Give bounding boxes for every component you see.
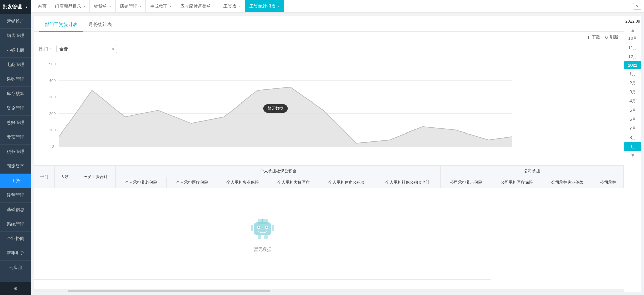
sidebar-item-purchase[interactable]: 采购管理: [0, 72, 31, 87]
tab-close-payroll[interactable]: ×: [239, 4, 241, 8]
col-personal-unemployment: 个人承担失业保险: [217, 177, 268, 188]
sub-tab-monthly-stats[interactable]: 月份统计表: [83, 20, 117, 32]
col-group-company: 公司承担: [440, 166, 623, 177]
col-group-personal: 个人承担社保公积金: [116, 166, 440, 177]
refresh-button[interactable]: ↻ 刷新: [605, 34, 618, 40]
chart-area: 500 400 300 200 100 0: [34, 57, 624, 165]
svg-rect-22: [258, 235, 261, 239]
tab-payroll[interactable]: 工资表×: [219, 0, 245, 12]
filter-row: 部门： 全部销售部财务部行政部技术部: [34, 43, 624, 57]
col-personal-total: 个人承担社保公积金合计: [375, 177, 440, 188]
svg-text:100: 100: [49, 128, 56, 132]
download-button[interactable]: ⬇ 下载: [587, 34, 600, 40]
sidebar-item-basic[interactable]: 基础信息: [0, 203, 31, 217]
sub-tab-bar: 部门工资统计表月份统计表: [34, 16, 624, 32]
sidebar-item-inventory[interactable]: 库存核算: [0, 87, 31, 101]
sidebar-item-tax[interactable]: 税务管理: [0, 145, 31, 159]
svg-text:0: 0: [52, 144, 54, 149]
col-personal-housing-fund: 个人承担住房公积金: [319, 177, 375, 188]
sidebar-title: 批发管理: [3, 4, 22, 10]
col-company-other: 公司承担: [593, 177, 624, 188]
date-month-4月[interactable]: 4月: [624, 97, 641, 106]
svg-rect-20: [251, 225, 253, 231]
sidebar-item-cooperation[interactable]: 企业协同: [0, 232, 31, 246]
tab-close-receivables[interactable]: ×: [213, 4, 215, 8]
sidebar-item-ecommerce-small[interactable]: 小畅电商: [0, 43, 31, 58]
date-month-7月[interactable]: 7月: [624, 124, 641, 133]
date-month-10月[interactable]: 10月: [624, 34, 641, 43]
tab-label-store-mgmt: 店铺管理: [120, 3, 137, 9]
tab-close-payroll-stats[interactable]: ×: [278, 4, 280, 8]
download-label: 下载: [592, 34, 600, 40]
tab-close-store-catalog[interactable]: ×: [83, 4, 85, 8]
tab-label-home: 首页: [38, 3, 47, 9]
sidebar: 批发管理 ▲ 营销推广销售管理小畅电商电商管理采购管理库存核算资金管理总账管理发…: [0, 0, 31, 295]
date-year-2022[interactable]: 2022: [624, 61, 641, 69]
tab-close-generate-voucher[interactable]: ×: [169, 4, 171, 8]
svg-text:200: 200: [49, 111, 56, 116]
col-headcount: 人数: [54, 166, 75, 188]
sidebar-footer-settings[interactable]: ⚙: [0, 282, 31, 295]
sidebar-item-salary[interactable]: 工资: [0, 174, 31, 188]
svg-marker-12: [59, 87, 512, 146]
col-total-salary: 应发工资合计: [75, 166, 116, 188]
sidebar-item-sales[interactable]: 销售管理: [0, 29, 31, 43]
svg-text:400: 400: [49, 78, 56, 83]
sidebar-item-system[interactable]: 系统管理: [0, 217, 31, 232]
refresh-label: 刷新: [610, 34, 618, 40]
date-month-5月[interactable]: 5月: [624, 106, 641, 115]
tab-generate-voucher[interactable]: 生成凭证×: [146, 0, 176, 12]
chart-tooltip-text: 暂无数据: [267, 106, 284, 111]
date-month-3月[interactable]: 3月: [624, 88, 641, 97]
date-month-8月[interactable]: 8月: [624, 133, 641, 142]
tab-label-payroll-stats: 工资统计报表: [249, 3, 276, 9]
empty-text: 暂无数据: [254, 246, 271, 253]
tab-close-store-mgmt[interactable]: ×: [139, 4, 141, 8]
tab-label-store-catalog: 门店商品目录: [55, 3, 81, 9]
date-nav-down[interactable]: ▼: [629, 151, 637, 159]
download-icon: ⬇: [587, 35, 590, 40]
tab-close-sales-order[interactable]: ×: [109, 4, 111, 8]
sidebar-item-finance[interactable]: 资金管理: [0, 101, 31, 116]
tab-receivables[interactable]: 应收应付调整单×: [176, 0, 219, 12]
date-month-6月[interactable]: 6月: [624, 115, 641, 124]
tab-bar: 首页门店商品目录×销货单×店铺管理×生成凭证×应收应付调整单×工资表×工资统计报…: [31, 0, 644, 13]
main-area: 首页门店商品目录×销货单×店铺管理×生成凭证×应收应付调整单×工资表×工资统计报…: [31, 0, 644, 295]
sidebar-toggle-icon: ▲: [25, 5, 28, 9]
sub-tab-dept-stats[interactable]: 部门工资统计表: [39, 20, 83, 32]
dept-filter-label: 部门：: [39, 46, 52, 52]
sidebar-item-invoice[interactable]: 发票管理: [0, 130, 31, 145]
sidebar-item-ecommerce[interactable]: 电商管理: [0, 58, 31, 72]
date-month-11月[interactable]: 11月: [624, 43, 641, 52]
horizontal-scrollbar[interactable]: [34, 289, 624, 292]
sidebar-item-assets[interactable]: 固定资产: [0, 159, 31, 174]
tab-sales-order[interactable]: 销货单×: [90, 0, 115, 12]
chart-tooltip: 暂无数据: [263, 104, 288, 113]
sidebar-item-operations[interactable]: 经营管理: [0, 188, 31, 203]
tab-store-catalog[interactable]: 门店商品目录×: [51, 0, 90, 12]
sidebar-header[interactable]: 批发管理 ▲: [0, 0, 31, 14]
tab-store-mgmt[interactable]: 店铺管理×: [116, 0, 146, 12]
close-all-button[interactable]: ×: [633, 3, 641, 10]
date-month-2月[interactable]: 2月: [624, 79, 641, 88]
sidebar-item-ledger[interactable]: 总账管理: [0, 116, 31, 130]
tab-payroll-stats[interactable]: 工资统计报表×: [245, 0, 284, 12]
dept-select[interactable]: 全部销售部财务部行政部技术部: [56, 45, 117, 53]
sidebar-item-cloud[interactable]: 云应用: [0, 261, 31, 275]
settings-icon: ⚙: [14, 286, 18, 291]
date-month-9月[interactable]: 9月: [624, 142, 641, 151]
col-personal-medical: 个人承担医疗保险: [166, 177, 217, 188]
sidebar-item-marketing[interactable]: 营销推广: [0, 14, 31, 29]
date-month-12月[interactable]: 12月: [624, 52, 641, 61]
empty-icon: [249, 215, 276, 242]
scrollbar-thumb[interactable]: [68, 290, 270, 292]
data-table-wrapper[interactable]: 部门 人数 应发工资合计 个人承担社保公积金 公司承担 个人承担养老保险 个人承…: [34, 165, 624, 289]
svg-rect-21: [272, 225, 274, 231]
date-panel-header: 2022.09: [624, 17, 641, 26]
tab-home[interactable]: 首页: [34, 0, 51, 12]
date-panel: 2022.09 ▲ 10月11月12月20221月2月3月4月5月6月7月8月9…: [624, 16, 641, 292]
col-company-unemployment: 公司承担失业保险: [542, 177, 593, 188]
date-month-1月[interactable]: 1月: [624, 69, 641, 79]
date-nav-up[interactable]: ▲: [629, 26, 637, 34]
sidebar-item-guide[interactable]: 新手引导: [0, 246, 31, 261]
